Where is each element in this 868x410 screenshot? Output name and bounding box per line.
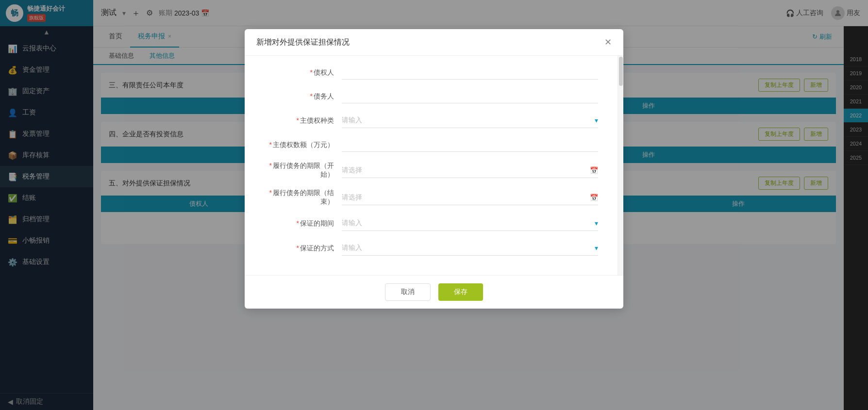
guarantee-method-select[interactable]: 请输入 ▾ — [342, 241, 598, 256]
perform-end-calendar-icon[interactable]: 📅 — [590, 194, 598, 201]
guarantee-method-label: *保证的方式 — [264, 244, 342, 253]
claim-amount-input[interactable] — [342, 138, 598, 152]
guarantee-period-select[interactable]: 请输入 ▾ — [342, 216, 598, 231]
claim-type-value: 请输入 — [342, 116, 595, 125]
modal-add-guarantee: 新增对外提供保证担保情况 ✕ *债权人 *债务人 — [245, 29, 623, 309]
perform-end-picker[interactable]: 请选择 📅 — [342, 190, 598, 205]
guarantee-period-value: 请输入 — [342, 219, 595, 228]
claim-amount-label: *主债权数额（万元） — [264, 141, 342, 149]
form-row-perform-start: *履行债务的期限（开始） 请选择 📅 — [264, 162, 598, 179]
creditor-input[interactable] — [342, 66, 598, 80]
perform-start-calendar-icon[interactable]: 📅 — [590, 166, 598, 174]
modal-close-button[interactable]: ✕ — [604, 37, 612, 48]
form-row-claim-amount: *主债权数额（万元） — [264, 138, 598, 152]
form-row-creditor: *债权人 — [264, 66, 598, 80]
guarantee-method-value: 请输入 — [342, 244, 595, 252]
form-row-claim-type: *主债权种类 请输入 ▾ — [264, 113, 598, 128]
debtor-label: *债务人 — [264, 92, 342, 101]
save-button[interactable]: 保存 — [438, 283, 483, 301]
claim-type-label: *主债权种类 — [264, 116, 342, 125]
form-row-guarantee-period: *保证的期间 请输入 ▾ — [264, 216, 598, 231]
modal-footer: 取消 保存 — [245, 275, 623, 309]
cancel-button[interactable]: 取消 — [385, 283, 431, 301]
debtor-input[interactable] — [342, 89, 598, 103]
perform-start-value: 请选择 — [342, 166, 590, 175]
form-row-perform-end: *履行债务的期限（结束） 请选择 📅 — [264, 189, 598, 206]
perform-end-label: *履行债务的期限（结束） — [264, 189, 342, 206]
modal-backdrop: 新增对外提供保证担保情况 ✕ *债权人 *债务人 — [0, 0, 868, 410]
modal-scroll-thumb[interactable] — [619, 57, 623, 86]
modal-header: 新增对外提供保证担保情况 ✕ — [245, 29, 623, 56]
modal-body: *债权人 *债务人 *主债权种类 请输入 — [245, 56, 618, 275]
perform-end-value: 请选择 — [342, 193, 590, 202]
creditor-label: *债权人 — [264, 68, 342, 77]
guarantee-period-label: *保证的期间 — [264, 219, 342, 228]
guarantee-period-arrow-icon[interactable]: ▾ — [595, 219, 598, 227]
modal-scrollbar[interactable] — [618, 56, 623, 275]
claim-type-select[interactable]: 请输入 ▾ — [342, 113, 598, 128]
perform-start-picker[interactable]: 请选择 📅 — [342, 163, 598, 178]
form-row-guarantee-method: *保证的方式 请输入 ▾ — [264, 241, 598, 256]
form-row-debtor: *债务人 — [264, 89, 598, 103]
guarantee-method-arrow-icon[interactable]: ▾ — [595, 244, 598, 252]
perform-start-label: *履行债务的期限（开始） — [264, 162, 342, 179]
claim-type-arrow-icon[interactable]: ▾ — [595, 116, 598, 124]
modal-title: 新增对外提供保证担保情况 — [256, 37, 350, 48]
